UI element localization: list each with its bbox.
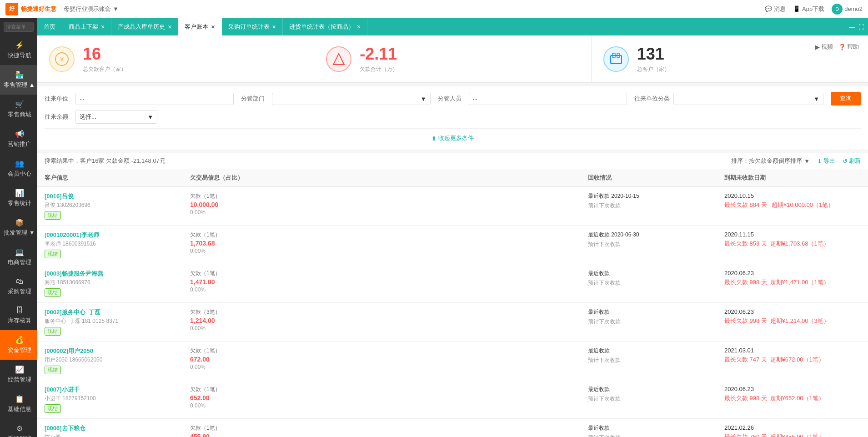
- customer-tag-3: 现结: [45, 327, 61, 336]
- sidebar-item-system[interactable]: ⚙ 系统管理: [0, 419, 37, 437]
- sidebar-item-marketing[interactable]: 📢 营销推广: [0, 124, 37, 154]
- sidebar-item-purchase[interactable]: 🛍 采购管理: [0, 272, 37, 301]
- unit-type-select[interactable]: ▼: [673, 93, 823, 105]
- tab-home[interactable]: 首页: [37, 18, 62, 35]
- overdue-date-6: 2021.02.26: [724, 424, 861, 431]
- tab-close-icon[interactable]: ×: [357, 24, 361, 30]
- refresh-btn[interactable]: ↺ 刷新: [843, 157, 861, 165]
- debt-amount-5[interactable]: 652.00: [190, 394, 588, 402]
- tab-purchase-product-stats[interactable]: 进货单统计表（按商品） ×: [283, 18, 367, 35]
- debt-amount-4[interactable]: 672.00: [190, 356, 588, 363]
- stat-circle-total: [603, 46, 629, 72]
- tab-customer-account[interactable]: 客户账本 ×: [178, 18, 221, 35]
- tab-bar: 首页 商品上下架 × 产成品入库单历史 × 客户账本 × 采购订单统计表 × 进…: [37, 18, 868, 35]
- sidebar-item-basic-info[interactable]: 📋 基础信息: [0, 389, 37, 419]
- logo-text: 畅捷通好生意: [21, 5, 56, 13]
- sidebar-item-retail-mall[interactable]: 🛒 零售商城: [0, 95, 37, 124]
- purchase-icon: 🛍: [16, 277, 23, 286]
- customer-name-4[interactable]: [000002]用户2050: [45, 347, 190, 355]
- debt-info-6: 欠款（1笔） 455.90 0.00%: [190, 424, 588, 437]
- app-download-btn[interactable]: 📱 App下载: [793, 5, 824, 13]
- debt-label-5: 欠款（1笔）: [190, 386, 588, 393]
- customer-name-6[interactable]: [0006]去下粮仓: [45, 424, 190, 432]
- balance-select[interactable]: 选择... ▼: [75, 110, 157, 124]
- overdue-link-2[interactable]: 超期¥1,471.00（1笔）: [770, 279, 829, 286]
- overdue-link-0[interactable]: 超期¥10,000.00（1笔）: [772, 201, 834, 208]
- sidebar-item-retail-mgmt[interactable]: 🏪 零售管理 ▲: [0, 65, 37, 95]
- tab-close-icon[interactable]: ×: [168, 24, 171, 30]
- tab-close-icon[interactable]: ×: [211, 24, 215, 30]
- from-unit-input[interactable]: ···: [75, 93, 234, 105]
- debt-amount-1[interactable]: 1,703.68: [190, 240, 588, 247]
- sidebar-item-label: 零售管理 ▲: [4, 81, 35, 89]
- unit-type-label: 往来单位分类: [634, 95, 670, 103]
- help-btn[interactable]: ❓ 帮助: [838, 43, 859, 51]
- tab-product-listing[interactable]: 商品上下架 ×: [62, 18, 111, 35]
- customer-info-6: [0006]去下粮仓 陈小希 现结: [45, 424, 190, 437]
- sidebar-item-operations[interactable]: 📈 经营管理: [0, 360, 37, 389]
- sidebar-item-ecommerce[interactable]: 💻 电商管理: [0, 242, 37, 272]
- sidebar-item-batch-mgmt[interactable]: 📦 批发管理 ▼: [0, 213, 37, 242]
- payback-next-2: 预计下次收款: [588, 279, 724, 287]
- sidebar-item-inventory[interactable]: 🗄 库存核算: [0, 301, 37, 330]
- payback-next-4: 预计下次收款: [588, 357, 724, 364]
- sidebar-item-label: 营销推广: [8, 140, 31, 148]
- collapse-btn[interactable]: ⬆ 收起更多条件: [430, 132, 476, 144]
- overdue-link-5[interactable]: 超期¥652.00（1笔）: [770, 395, 824, 402]
- customer-name-0[interactable]: [0016]吕俊: [45, 192, 190, 201]
- customer-name-2[interactable]: [0003]畅捷服务尹海燕: [45, 270, 190, 278]
- overdue-days-0: 最长欠款 884 天 超期¥10,000.00（1笔）: [724, 201, 861, 209]
- overdue-link-4[interactable]: 超期¥672.00（1笔）: [770, 356, 824, 363]
- debt-amount-6[interactable]: 455.90: [190, 433, 588, 437]
- topbar-right: 💬 消息 📱 App下载 D demo2: [765, 4, 863, 15]
- sidebar-item-quick-nav[interactable]: ⚡ 快捷导航: [0, 35, 37, 65]
- message-icon: 💬: [765, 5, 772, 12]
- tab-close-icon[interactable]: ×: [272, 24, 276, 30]
- tab-close-icon[interactable]: ×: [101, 24, 105, 30]
- customer-phone-1: 李老师 18600391516: [45, 240, 190, 248]
- overdue-info-5: 2020.06.23 最长欠款 998 天 超期¥652.00（1笔）: [724, 386, 861, 402]
- stat-card-debtor: ¥ 16 总欠款客户（家）: [37, 35, 314, 82]
- overdue-days-1: 最长欠款 853 天 超期¥1,703.68（1笔）: [724, 240, 861, 248]
- debt-amount-0[interactable]: 10,000.00: [190, 201, 588, 208]
- debt-amount-3[interactable]: 1,214.00: [190, 317, 588, 324]
- person-input[interactable]: ···: [469, 93, 627, 105]
- export-btn[interactable]: ⬇ 导出: [817, 157, 835, 165]
- payback-next-3: 预计下次收款: [588, 318, 724, 326]
- sidebar-item-finance[interactable]: 💰 资金管理: [0, 330, 37, 360]
- sidebar-item-retail-stats[interactable]: 📊 零售统计: [0, 183, 37, 213]
- tab-minimize-icon[interactable]: —: [849, 24, 855, 30]
- avatar-icon: D: [832, 4, 843, 15]
- user-avatar[interactable]: D demo2: [832, 4, 863, 15]
- dept-select[interactable]: ▼: [272, 93, 430, 105]
- customer-info-2: [0003]畅捷服务尹海燕 海燕 18513066976 现结: [45, 270, 190, 297]
- company-select[interactable]: 母婴行业演示账套 ▼: [60, 3, 122, 15]
- message-btn[interactable]: 💬 消息: [765, 5, 786, 13]
- tab-product-history[interactable]: 产成品入库单历史 ×: [111, 18, 178, 35]
- tab-maximize-icon[interactable]: ⛶: [858, 24, 864, 30]
- tab-purchase-stats[interactable]: 采购订单统计表 ×: [222, 18, 283, 35]
- customer-name-3[interactable]: [0002]服务中心_丁磊: [45, 308, 190, 316]
- filter-row-1: 往来单位 ··· 分管部门 ▼ 分管人员: [45, 92, 861, 105]
- overdue-link-6[interactable]: 超期¥455.90（1笔）: [770, 433, 824, 437]
- video-btn[interactable]: ▶ 视频: [815, 43, 833, 51]
- sidebar-item-member[interactable]: 👥 会员中心: [0, 154, 37, 183]
- payback-next-1: 预计下次收款: [588, 241, 724, 248]
- overdue-days-2: 最长欠款 998 天 超期¥1,471.00（1笔）: [724, 278, 861, 286]
- customer-tag-0: 现结: [45, 211, 61, 220]
- overdue-link-1[interactable]: 超期¥1,703.68（1笔）: [770, 240, 829, 247]
- overdue-link-3[interactable]: 超期¥1,214.00（3笔）: [770, 317, 829, 324]
- sidebar-item-label: 采购管理: [8, 287, 31, 296]
- collapse-section: ⬆ 收起更多条件: [45, 128, 861, 144]
- debt-info-2: 欠款（1笔） 1,471.00 0.00%: [190, 270, 588, 293]
- payback-info-5: 最近收款 预计下次收款: [588, 386, 724, 403]
- debt-amount-2[interactable]: 1,471.00: [190, 278, 588, 286]
- customer-name-5[interactable]: [0007]小进干: [45, 386, 190, 394]
- search-button[interactable]: 查询: [831, 92, 861, 105]
- customer-name-1[interactable]: [0001020001]李老师: [45, 231, 190, 239]
- sidebar-search-input[interactable]: [4, 22, 34, 32]
- overdue-date-3: 2020.06.23: [724, 308, 861, 315]
- sort-select[interactable]: 排序：按欠款金额倒序排序 ▼: [731, 157, 810, 165]
- customer-info-5: [0007]小进干 小进干 18279152100 现结: [45, 386, 190, 413]
- balance-label: 往来余额: [45, 113, 72, 121]
